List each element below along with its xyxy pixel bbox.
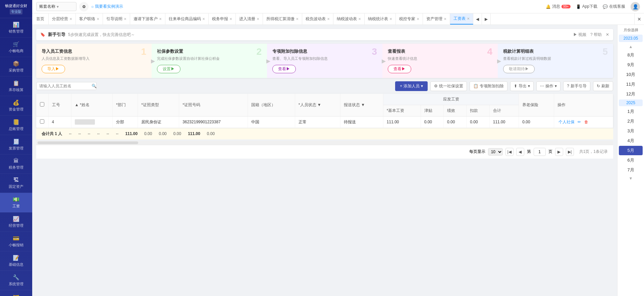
tab-customer-close[interactable]: ✕ xyxy=(97,17,99,21)
month-item-8[interactable]: 8月 xyxy=(619,50,643,60)
unified-settings-btn[interactable]: ⚙ 统一社保设置 xyxy=(430,81,467,91)
account-selector[interactable]: 账套名称 ▾ xyxy=(36,2,76,11)
horizontal-scrollbar[interactable] xyxy=(38,141,138,144)
tab-tax-expert-close[interactable]: ✕ xyxy=(417,17,419,21)
personal-insurance-btn[interactable]: 个人社保 xyxy=(558,120,575,124)
tab-payroll[interactable]: 工资表 ✕ xyxy=(450,13,473,25)
td-pension: 0.00 xyxy=(519,116,554,128)
page-number-input[interactable] xyxy=(534,148,546,156)
per-page-select[interactable]: 10 20 50 xyxy=(488,148,503,156)
month-item-11[interactable]: 11月 xyxy=(619,80,643,89)
tab-income-tax-close[interactable]: ✕ xyxy=(296,17,299,21)
select-all-checkbox[interactable] xyxy=(40,102,44,107)
search-icon[interactable]: 🔍 xyxy=(92,84,97,88)
sidebar-item-sales[interactable]: 📊 销售管理 xyxy=(0,18,32,38)
sidebar-item-system[interactable]: 🔧 系统管理 xyxy=(0,271,32,290)
tab-close-all-btn[interactable]: ✕ xyxy=(634,13,644,25)
page-next-btn[interactable]: ▶ xyxy=(555,148,563,156)
tab-asset-close[interactable]: ✕ xyxy=(444,17,446,21)
user-avatar[interactable]: 👤 xyxy=(631,2,640,11)
month-item-3[interactable]: 3月 xyxy=(619,126,643,136)
delete-btn[interactable]: 🗑 xyxy=(584,120,588,124)
tab-layered-close[interactable]: ✕ xyxy=(69,17,72,21)
refresh-btn[interactable]: ↻ 刷新 xyxy=(593,81,613,91)
sidebar-item-ledger[interactable]: 📒 总账管理 xyxy=(0,116,32,135)
special-deduction-btn[interactable]: 📋 专项附加扣除 xyxy=(470,81,507,91)
step-btn-5[interactable]: 敬请期待▶ xyxy=(503,65,535,73)
tab-tax-burden-close[interactable]: ✕ xyxy=(327,17,330,21)
sidebar-item-purchase[interactable]: 📦 采购管理 xyxy=(0,57,32,77)
tab-register-close[interactable]: ✕ xyxy=(257,17,259,21)
month-down-btn[interactable]: ▼ xyxy=(619,175,643,182)
message-btn[interactable]: 🔔 消息 99+ xyxy=(546,4,571,9)
month-item-1[interactable]: 1月 xyxy=(619,107,643,116)
export-btn[interactable]: ⬆ 导出 ▾ xyxy=(510,81,534,91)
step-btn-4[interactable]: 查看▶ xyxy=(388,65,411,73)
sidebar-item-expense[interactable]: 💳 小畅报销 xyxy=(0,232,32,251)
tab-next-btn[interactable]: ▶ xyxy=(482,13,491,25)
app-download-btn[interactable]: 📱 App下载 xyxy=(576,4,597,9)
newbie-guide-btn[interactable]: ? 新手引导 xyxy=(563,81,590,91)
month-panel-year[interactable]: 2023.05 xyxy=(619,35,643,42)
sidebar-item-invoice[interactable]: 🧾 发票管理 xyxy=(0,135,32,155)
step-btn-2[interactable]: 设置▶ xyxy=(157,65,180,73)
page-last-btn[interactable]: ▶| xyxy=(566,148,574,156)
tab-tax-stats[interactable]: 纳税统计表 ✕ xyxy=(365,13,396,25)
sidebar-item-basic-info[interactable]: 📝 基础信息 xyxy=(0,251,32,271)
month-item-4[interactable]: 4月 xyxy=(619,136,643,145)
month-item-5[interactable]: 5月 xyxy=(619,146,643,155)
tab-product-code-close[interactable]: ✕ xyxy=(202,17,205,21)
tab-income-tax[interactable]: 所得税汇算清缴 ✕ xyxy=(263,13,302,25)
guide-video-btn[interactable]: ▶ 视频 xyxy=(573,32,586,38)
month-item-7[interactable]: 7月 xyxy=(619,165,643,175)
tab-invite[interactable]: 邀请下游客户 ✕ xyxy=(130,13,165,25)
online-service-btn[interactable]: 💬 在线客服 xyxy=(603,4,625,9)
tab-tax-report[interactable]: 税务申报 ✕ xyxy=(209,13,236,25)
month-item-10[interactable]: 10月 xyxy=(619,70,643,79)
tab-customer[interactable]: 客户联络 ✕ xyxy=(76,13,103,25)
demo-link[interactable]: ○ 我要看实例演示 xyxy=(91,4,123,9)
page-prev-btn[interactable]: ◀ xyxy=(516,148,524,156)
tab-tax-report-close[interactable]: ✕ xyxy=(229,17,232,21)
month-up-btn[interactable]: ▲ xyxy=(619,43,643,50)
tab-product-code[interactable]: 往来单位商品编码 ✕ xyxy=(165,13,209,25)
month-item-12[interactable]: 12月 xyxy=(619,89,643,99)
operations-btn[interactable]: ⋯ 操作 ▾ xyxy=(536,81,560,91)
step-btn-1[interactable]: 导入▶ xyxy=(42,65,65,73)
sidebar-item-ecommerce[interactable]: 🛒 小畅电商 xyxy=(0,38,32,57)
tab-layered-ops[interactable]: 分层经营 ✕ xyxy=(49,13,76,25)
guide-help-btn[interactable]: ? 帮助 xyxy=(590,32,602,38)
add-person-btn[interactable]: + 添加人员 ▾ xyxy=(395,81,428,91)
sidebar-item-tax[interactable]: 🏛 税务管理 xyxy=(0,155,32,174)
sidebar-item-payroll[interactable]: 💵 工资 xyxy=(0,193,32,212)
tab-prev-btn[interactable]: ◀ xyxy=(473,13,482,25)
sidebar-item-finance[interactable]: 💰 资金管理 xyxy=(0,96,32,116)
tab-guide-close[interactable]: ✕ xyxy=(124,17,126,21)
tab-asset-mgmt[interactable]: 资产管理 ✕ xyxy=(423,13,450,25)
month-item-9[interactable]: 9月 xyxy=(619,60,643,70)
tab-home[interactable]: 首页 xyxy=(32,13,49,25)
sidebar-item-operations[interactable]: 📈 经营管理 xyxy=(0,212,32,232)
month-item-6[interactable]: 6月 xyxy=(619,156,643,165)
tab-guide-desc[interactable]: 引导说明 ✕ xyxy=(103,13,130,25)
tab-tax-burden[interactable]: 税负波动表 ✕ xyxy=(302,13,333,25)
sidebar-item-assets[interactable]: 🏗 固定资产 xyxy=(0,174,32,193)
tab-invite-close[interactable]: ✕ xyxy=(159,17,162,21)
tab-tax-expert[interactable]: 税控专家 ✕ xyxy=(396,13,423,25)
month-item-2[interactable]: 2月 xyxy=(619,117,643,126)
guide-close-btn[interactable]: ✕ xyxy=(606,32,609,37)
tab-payroll-close[interactable]: ✕ xyxy=(467,17,470,20)
step-btn-3[interactable]: 查看▶ xyxy=(272,65,296,73)
tab-register[interactable]: 进入清册 ✕ xyxy=(236,13,263,25)
sidebar-item-collab[interactable]: 🤝 企业协同 xyxy=(0,290,32,296)
tab-tax-stats-close[interactable]: ✕ xyxy=(389,17,392,21)
edit-btn[interactable]: ✏ xyxy=(578,120,581,124)
header-settings-btn[interactable]: ⚙ xyxy=(79,2,89,11)
tab-tax-wave-close[interactable]: ✕ xyxy=(358,17,361,21)
row-checkbox[interactable] xyxy=(40,119,44,124)
page-first-btn[interactable]: |◀ xyxy=(505,148,514,156)
search-input[interactable] xyxy=(39,84,90,88)
tab-tax-wave[interactable]: 纳税波动表 ✕ xyxy=(333,13,365,25)
year-2025-label[interactable]: 2025 xyxy=(619,99,643,106)
sidebar-item-inventory[interactable]: 📋 库存核算 xyxy=(0,77,32,96)
